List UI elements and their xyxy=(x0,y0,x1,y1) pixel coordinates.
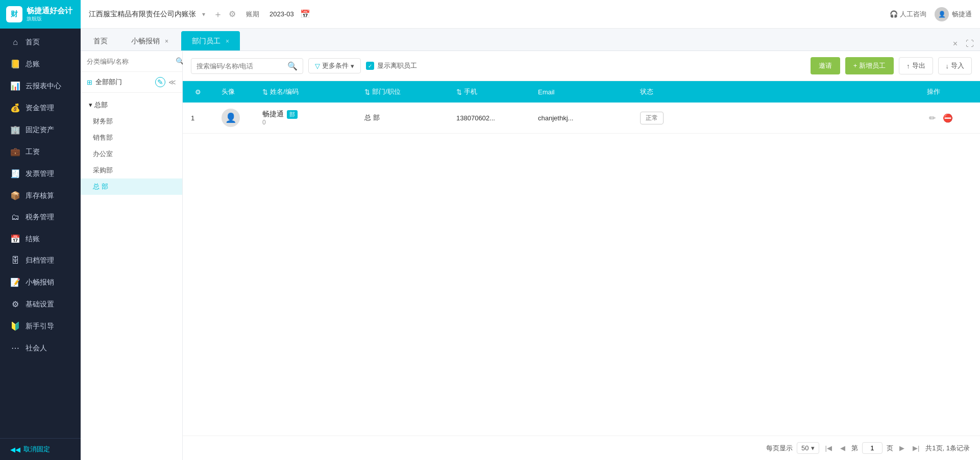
sidebar-item-capital[interactable]: 💰 资金管理 xyxy=(0,97,81,119)
first-page-icon[interactable]: |◀ xyxy=(823,443,834,453)
sidebar-item-label: 新手引导 xyxy=(26,322,54,331)
tab-expense[interactable]: 小畅报销 × xyxy=(120,31,179,50)
import-button[interactable]: ↓ 导入 xyxy=(938,57,972,74)
tab-department[interactable]: 部门员工 × xyxy=(181,31,240,50)
sidebar-pin-toggle[interactable]: ◀◀ 取消固定 xyxy=(0,438,81,460)
add-company-icon[interactable]: ＋ xyxy=(213,8,223,20)
row-avatar: 👤 xyxy=(213,103,254,133)
topbar-right: 🎧 人工咨询 👤 畅捷通 xyxy=(890,7,972,21)
sidebar-item-invoice[interactable]: 🧾 发票管理 xyxy=(0,163,81,185)
dept-search-input[interactable] xyxy=(87,58,173,65)
tab-home[interactable]: 首页 xyxy=(83,31,118,50)
sidebar-logo: 财 畅捷通好会计 旗舰版 xyxy=(0,0,81,29)
tab-label: 部门员工 xyxy=(192,37,220,46)
tab-close-icon[interactable]: × xyxy=(165,38,168,45)
dept-actions: ✎ xyxy=(155,77,165,87)
th-avatar-label: 头像 xyxy=(222,87,235,96)
th-name[interactable]: ⇅ 姓名/编码 xyxy=(254,81,356,103)
sidebar-item-label: 发票管理 xyxy=(26,169,54,178)
row-email: chanjethkj... xyxy=(530,108,632,128)
close-tab-icon[interactable]: × xyxy=(951,37,960,50)
edit-employee-icon[interactable]: ✏ xyxy=(927,112,938,124)
edit-dept-icon[interactable]: ✎ xyxy=(155,77,165,87)
app-edition: 旗舰版 xyxy=(27,15,72,22)
invoice-icon: 🧾 xyxy=(10,169,20,178)
sidebar-item-archive[interactable]: 🗄 归档管理 xyxy=(0,250,81,271)
sidebar-item-label: 总账 xyxy=(26,60,40,69)
company-dropdown-icon[interactable]: ▾ xyxy=(202,11,205,18)
employee-avatar: 👤 xyxy=(222,109,240,127)
per-page-value: 50 xyxy=(801,444,808,452)
close-period-icon: 📅 xyxy=(10,234,20,244)
th-status: 状态 xyxy=(632,81,919,103)
logout-employee-icon[interactable]: ⛔ xyxy=(941,112,955,124)
sidebar-item-close[interactable]: 📅 结账 xyxy=(0,228,81,250)
invite-button[interactable]: 邀请 xyxy=(811,57,840,74)
filter-chevron-icon: ▾ xyxy=(351,62,354,70)
show-former-employees[interactable]: ✓ 显示离职员工 xyxy=(366,61,417,70)
pin-icon: ◀◀ xyxy=(10,446,20,453)
last-page-icon[interactable]: ▶| xyxy=(911,443,921,453)
sidebar-item-tax[interactable]: 🗂 税务管理 xyxy=(0,207,81,228)
user-menu[interactable]: 👤 畅捷通 xyxy=(935,7,972,21)
sidebar-item-assets[interactable]: 🏢 固定资产 xyxy=(0,119,81,141)
dept-item-hq[interactable]: 总 部 xyxy=(81,178,182,195)
service-button[interactable]: 🎧 人工咨询 xyxy=(890,10,926,19)
sidebar-item-ledger[interactable]: 📒 总账 xyxy=(0,53,81,75)
th-phone[interactable]: ⇅ 手机 xyxy=(448,81,530,103)
sidebar-item-salary[interactable]: 💼 工资 xyxy=(0,141,81,163)
dept-item-finance[interactable]: 财务部 xyxy=(81,113,182,130)
sidebar-item-label: 小畅报销 xyxy=(26,278,54,287)
table-body: 1 👤 畅捷通 部 xyxy=(183,103,980,134)
next-page-icon[interactable]: ▶ xyxy=(897,443,906,453)
emp-search-box: 🔍 xyxy=(191,58,303,74)
sidebar-item-label: 首页 xyxy=(26,38,40,47)
row-actions: ✏ ⛔ xyxy=(919,106,980,130)
sidebar-item-more[interactable]: ⋯ 社会人 xyxy=(0,337,81,359)
sidebar-item-expense[interactable]: 📝 小畅报销 xyxy=(0,271,81,293)
gear-icon[interactable]: ⚙ xyxy=(195,88,201,96)
dept-item-headquarters-parent[interactable]: ▾ 总部 xyxy=(81,97,182,113)
employee-name: 畅捷通 xyxy=(262,110,284,119)
filter-icon: ▽ xyxy=(315,62,320,70)
export-button[interactable]: ↑ 导出 xyxy=(899,57,933,74)
page-input[interactable] xyxy=(862,442,883,454)
employee-dept: 总 部 xyxy=(364,113,380,122)
per-page-select[interactable]: 50 ▾ xyxy=(797,442,819,454)
th-gear[interactable]: ⚙ xyxy=(183,81,213,103)
sidebar-item-label: 云报表中心 xyxy=(26,82,61,91)
row-name-code: 畅捷通 部 0 xyxy=(254,104,356,132)
dept-collapse-icon[interactable]: ≪ xyxy=(168,78,176,86)
calendar-icon[interactable]: 📅 xyxy=(300,9,310,19)
period-value: 2023-03 xyxy=(270,10,294,18)
th-dept[interactable]: ⇅ 部门/职位 xyxy=(356,81,448,103)
sidebar-item-guide[interactable]: 🔰 新手引导 xyxy=(0,315,81,337)
search-icon[interactable]: 🔍 xyxy=(287,61,298,71)
expense-icon: 📝 xyxy=(10,277,20,287)
show-former-checkbox[interactable]: ✓ xyxy=(366,62,374,70)
sidebar-item-settings[interactable]: ⚙ 基础设置 xyxy=(0,293,81,315)
tabs-bar: 首页 小畅报销 × 部门员工 × × ⛶ xyxy=(81,29,980,51)
emp-search-input[interactable] xyxy=(197,62,284,70)
content-area: 🔍 ⊞ 全部部门 ✎ ≪ ▾ 总部 财务部 销售部 办公室 采购部 总 部 xyxy=(81,51,980,460)
filter-button[interactable]: ▽ 更多条件 ▾ xyxy=(308,58,361,73)
settings-icon[interactable]: ⚙ xyxy=(229,9,236,19)
prev-page-icon[interactable]: ◀ xyxy=(838,443,847,453)
table-row: 1 👤 畅捷通 部 xyxy=(183,103,980,134)
per-page-chevron-icon: ▾ xyxy=(811,444,815,452)
sidebar-item-reports[interactable]: 📊 云报表中心 xyxy=(0,75,81,97)
add-employee-button[interactable]: + 新增员工 xyxy=(845,57,894,74)
page-label: 页 xyxy=(887,444,893,453)
company-name: 江西服宝精品有限责任公司内账张 xyxy=(89,10,196,19)
dept-item-office[interactable]: 办公室 xyxy=(81,146,182,162)
expand-icon[interactable]: ⛶ xyxy=(964,37,976,50)
dept-item-purchase[interactable]: 采购部 xyxy=(81,162,182,178)
tab-close-icon[interactable]: × xyxy=(226,38,229,45)
th-name-label: 姓名/编码 xyxy=(270,87,299,96)
show-former-label: 显示离职员工 xyxy=(377,61,417,70)
row-phone: 138070602... xyxy=(448,108,530,128)
th-phone-sort-icon: ⇅ xyxy=(456,88,462,96)
sidebar-item-home[interactable]: ⌂ 首页 xyxy=(0,32,81,53)
sidebar-item-inventory[interactable]: 📦 库存核算 xyxy=(0,185,81,207)
dept-item-sales[interactable]: 销售部 xyxy=(81,130,182,146)
